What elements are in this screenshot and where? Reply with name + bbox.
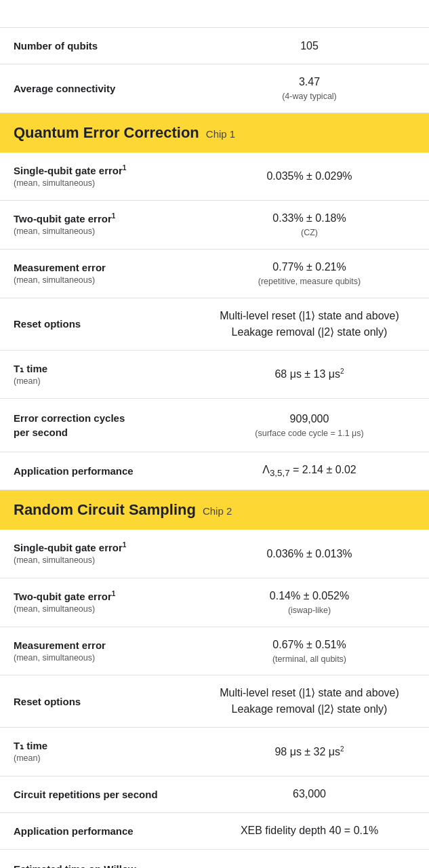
table-row: Estimated time on Willowvs classical sup… <box>0 850 429 868</box>
table-row: Measurement error(mean, simultaneous)0.7… <box>0 250 429 298</box>
row-value: 63,000 <box>190 776 429 812</box>
table-row: Single-qubit gate error1(mean, simultane… <box>0 530 429 578</box>
row-value: Multi-level reset (|1⟩ state and above)L… <box>190 298 429 350</box>
row-label: Measurement error(mean, simultaneous) <box>0 250 190 298</box>
row-label: Single-qubit gate error1(mean, simultane… <box>0 153 190 201</box>
row-label: Reset options <box>0 684 190 719</box>
row-value: 0.036% ± 0.013% <box>190 536 429 572</box>
section-title: Random Circuit Sampling <box>14 501 196 519</box>
section-header: Random Circuit SamplingChip 2 <box>0 490 429 530</box>
row-label: Number of qubits <box>0 28 190 64</box>
section-header: Quantum Error CorrectionChip 1 <box>0 113 429 153</box>
chip-label: Chip 2 <box>203 505 232 517</box>
row-label: Error correction cyclesper second <box>0 399 190 452</box>
table-row: Measurement error(mean, simultaneous)0.6… <box>0 627 429 676</box>
table-row: Application performanceΛ3,5,7 = 2.14 ± 0… <box>0 452 429 490</box>
row-value: 0.14% ± 0.052%(iswap-like) <box>190 578 429 627</box>
row-label: Single-qubit gate error1(mean, simultane… <box>0 530 190 578</box>
row-label: Application performance <box>0 813 190 849</box>
row-label: Estimated time on Willowvs classical sup… <box>0 850 190 868</box>
table-row: Reset optionsMulti-level reset (|1⟩ stat… <box>0 675 429 728</box>
table-row: Reset optionsMulti-level reset (|1⟩ stat… <box>0 298 429 351</box>
row-value: 3.47(4-way typical) <box>190 64 429 113</box>
row-label: Measurement error(mean, simultaneous) <box>0 627 190 675</box>
row-label: Circuit repetitions per second <box>0 776 190 812</box>
section-title: Quantum Error Correction <box>14 124 199 142</box>
table-row: Average connectivity3.47(4-way typical) <box>0 64 429 113</box>
row-value: 5 minutes vs. 1025 years <box>190 858 429 868</box>
table-row: Application performanceXEB fidelity dept… <box>0 813 429 850</box>
page-title <box>0 0 429 28</box>
row-value: 0.67% ± 0.51%(terminal, all qubits) <box>190 627 429 675</box>
table-row: Two-qubit gate error1(mean, simultaneous… <box>0 578 429 627</box>
row-label: Reset options <box>0 306 190 342</box>
chip-label: Chip 1 <box>206 128 235 140</box>
row-value: 0.035% ± 0.029% <box>190 159 429 194</box>
table-row: Error correction cyclesper second909,000… <box>0 399 429 452</box>
row-label: T₁ time(mean) <box>0 728 190 776</box>
row-value: Λ3,5,7 = 2.14 ± 0.02 <box>190 452 429 490</box>
table-row: Single-qubit gate error1(mean, simultane… <box>0 153 429 201</box>
row-value: XEB fidelity depth 40 = 0.1% <box>190 813 429 848</box>
row-value: 98 μs ± 32 μs2 <box>190 734 429 770</box>
table-row: Two-qubit gate error1(mean, simultaneous… <box>0 201 429 250</box>
row-label: T₁ time(mean) <box>0 351 190 399</box>
table-row: T₁ time(mean)68 μs ± 13 μs2 <box>0 351 429 399</box>
row-label: Two-qubit gate error1(mean, simultaneous… <box>0 578 190 627</box>
row-value: 68 μs ± 13 μs2 <box>190 357 429 392</box>
row-value: 0.33% ± 0.18%(CZ) <box>190 201 429 249</box>
table-row: Number of qubits105 <box>0 28 429 64</box>
row-value: 105 <box>190 28 429 64</box>
row-label: Average connectivity <box>0 71 190 106</box>
table-row: Circuit repetitions per second63,000 <box>0 776 429 813</box>
row-value: 909,000(surface code cycle = 1.1 μs) <box>190 401 429 450</box>
row-value: 0.77% ± 0.21%(repetitive, measure qubits… <box>190 250 429 298</box>
row-label: Two-qubit gate error1(mean, simultaneous… <box>0 201 190 249</box>
table-row: T₁ time(mean)98 μs ± 32 μs2 <box>0 728 429 776</box>
row-label: Application performance <box>0 453 190 489</box>
row-value: Multi-level reset (|1⟩ state and above)L… <box>190 675 429 727</box>
